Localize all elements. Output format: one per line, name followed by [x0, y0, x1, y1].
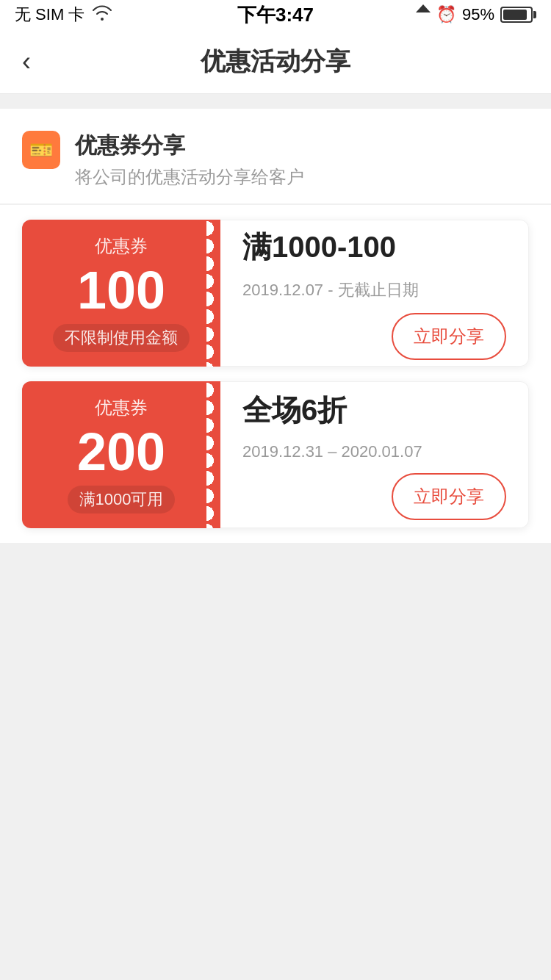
coupon-condition-1: 不限制使用金额	[53, 324, 190, 352]
battery-percent: 95%	[462, 5, 494, 24]
coupon-left-2: 优惠券 200 满1000可用	[22, 381, 220, 528]
alarm-icon: ⏰	[436, 5, 456, 24]
share-button-2[interactable]: 立即分享	[392, 473, 506, 520]
section-text: 优惠券分享 将公司的优惠活动分享给客户	[75, 131, 304, 189]
coupon-date-1: 2019.12.07 - 无截止日期	[242, 279, 506, 301]
coupon-label-1: 优惠券	[95, 234, 148, 258]
status-bar: 无 SIM 卡 下午3:47 ⏰ 95%	[0, 0, 551, 29]
wifi-icon	[92, 4, 112, 25]
coupon-label-2: 优惠券	[95, 396, 148, 419]
battery-icon	[500, 7, 536, 23]
section-icon: 🎫	[22, 131, 60, 169]
coupon-left-1: 优惠券 100 不限制使用金额	[22, 220, 220, 367]
page-title: 优惠活动分享	[201, 45, 350, 79]
back-button[interactable]: ‹	[22, 46, 31, 77]
location-icon	[416, 4, 431, 25]
bottom-area	[0, 543, 551, 969]
status-right: ⏰ 95%	[416, 4, 536, 25]
coupon-right-1: 满1000-100 2019.12.07 - 无截止日期 立即分享	[220, 220, 529, 367]
section-title: 优惠券分享	[75, 131, 304, 161]
carrier-text: 无 SIM 卡	[15, 4, 84, 26]
status-left: 无 SIM 卡	[15, 4, 112, 26]
coupon-right-2: 全场6折 2019.12.31 – 2020.01.07 立即分享	[220, 381, 529, 528]
section-header: 🎫 优惠券分享 将公司的优惠活动分享给客户	[0, 109, 551, 203]
coupon-list: 优惠券 100 不限制使用金额 满1000-100 2019.12.07 - 无…	[0, 205, 551, 543]
status-time: 下午3:47	[237, 2, 314, 28]
section-subtitle: 将公司的优惠活动分享给客户	[75, 165, 304, 189]
coupon-amount-1: 100	[77, 264, 165, 317]
coupon-amount-2: 200	[77, 425, 165, 478]
coupon-card-1: 优惠券 100 不限制使用金额 满1000-100 2019.12.07 - 无…	[22, 220, 529, 367]
coupon-title-1: 满1000-100	[242, 227, 506, 267]
coupon-card-2: 优惠券 200 满1000可用 全场6折 2019.12.31 – 2020.0…	[22, 381, 529, 528]
share-button-1[interactable]: 立即分享	[392, 313, 506, 360]
coupon-date-2: 2019.12.31 – 2020.01.07	[242, 442, 506, 461]
coupon-condition-2: 满1000可用	[68, 486, 176, 514]
coupon-title-2: 全场6折	[242, 390, 506, 430]
nav-bar: ‹ 优惠活动分享	[0, 29, 551, 94]
